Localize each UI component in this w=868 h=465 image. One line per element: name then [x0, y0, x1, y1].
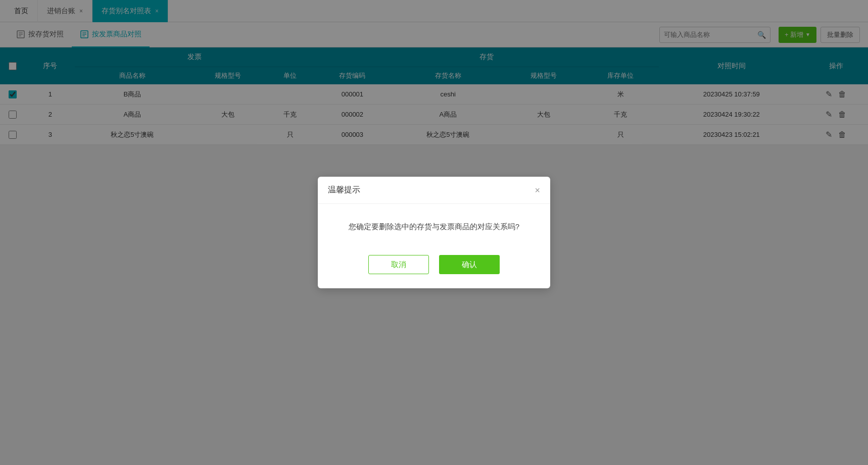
- modal-overlay: 温馨提示 × 您确定要删除选中的存货与发票商品的对应关系吗? 取消 确认: [0, 0, 868, 145]
